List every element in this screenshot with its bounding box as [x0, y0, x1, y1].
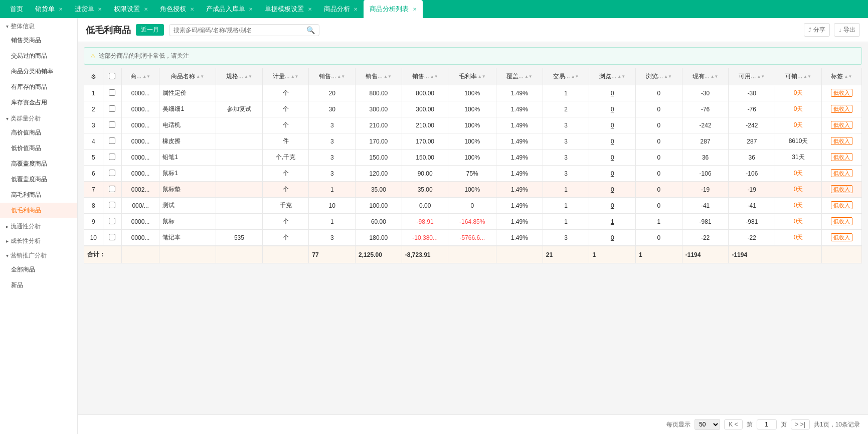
- nav-goods-analysis-list-close[interactable]: ✕: [413, 7, 417, 12]
- row-checkbox[interactable]: [103, 150, 121, 166]
- col-trade[interactable]: 交易...▲▼: [543, 68, 589, 85]
- row-name[interactable]: 鼠标1: [159, 166, 216, 182]
- sidebar-item-stock-goods[interactable]: 有库存的商品: [0, 79, 77, 95]
- sidebar-group-overview[interactable]: ▾ 整体信息: [0, 18, 77, 33]
- nav-purchase-close[interactable]: ✕: [98, 7, 102, 12]
- first-page-button[interactable]: K <: [724, 419, 742, 429]
- period-button[interactable]: 近一月: [136, 24, 164, 36]
- share-button[interactable]: ⤴ 分享: [804, 23, 830, 37]
- col-current[interactable]: 现有...▲▼: [682, 68, 729, 85]
- row-browse1[interactable]: 0: [589, 182, 636, 198]
- nav-sales[interactable]: 销货单 ✕: [29, 0, 69, 18]
- row-browse1[interactable]: 1: [589, 214, 636, 230]
- nav-product-in[interactable]: 产成品入库单 ✕: [200, 0, 259, 18]
- row-browse1[interactable]: 0: [589, 198, 636, 214]
- sidebar-item-low-margin[interactable]: 低毛利商品: [0, 203, 77, 218]
- col-gross-rate[interactable]: 毛利率▲▼: [448, 68, 496, 85]
- nav-home[interactable]: 首页: [4, 0, 29, 18]
- sidebar-item-all-goods[interactable]: 全部商品: [0, 262, 77, 277]
- row-name[interactable]: 鼠标垫: [159, 182, 216, 198]
- row-checkbox[interactable]: [103, 133, 121, 150]
- col-tag[interactable]: 标签▲▼: [821, 68, 861, 85]
- row-checkbox[interactable]: [103, 182, 121, 198]
- row-browse1[interactable]: 0: [589, 230, 636, 246]
- nav-goods-analysis-close[interactable]: ✕: [354, 7, 358, 12]
- col-sale-amount[interactable]: 销售...▲▼: [356, 68, 402, 85]
- nav-sales-close[interactable]: ✕: [59, 7, 63, 12]
- row-checkbox[interactable]: [103, 101, 121, 117]
- col-saleable[interactable]: 可销...▲▼: [775, 68, 822, 85]
- sidebar-group-marketing[interactable]: ▾ 营销推广分析: [0, 247, 77, 262]
- row-select-checkbox[interactable]: [109, 170, 115, 176]
- page-size-select[interactable]: 50 100 200: [695, 419, 720, 430]
- search-icon[interactable]: 🔍: [306, 26, 315, 34]
- nav-permission-close[interactable]: ✕: [144, 7, 148, 12]
- row-select-checkbox[interactable]: [109, 154, 115, 160]
- row-name[interactable]: 电话机: [159, 117, 216, 133]
- col-browse2[interactable]: 浏览...▲▼: [636, 68, 682, 85]
- nav-purchase[interactable]: 进货单 ✕: [69, 0, 108, 18]
- sidebar-item-low-coverage[interactable]: 低覆盖度商品: [0, 172, 77, 187]
- sidebar-item-high-value[interactable]: 高价值商品: [0, 125, 77, 140]
- sidebar-group-liquidity[interactable]: ▸ 流通性分析: [0, 218, 77, 233]
- row-name[interactable]: 吴细细1: [159, 101, 216, 117]
- row-name[interactable]: 笔记本: [159, 230, 216, 246]
- sidebar-item-high-margin[interactable]: 高毛利商品: [0, 187, 77, 203]
- last-page-button[interactable]: > >|: [791, 419, 810, 429]
- row-select-checkbox[interactable]: [109, 234, 115, 240]
- sidebar-item-sales-rate[interactable]: 商品分类助销率: [0, 64, 77, 79]
- row-checkbox[interactable]: [103, 166, 121, 182]
- sidebar-item-new-goods[interactable]: 新品: [0, 277, 77, 293]
- row-select-checkbox[interactable]: [109, 89, 115, 96]
- sidebar-group-cluster[interactable]: ▾ 类群量分析: [0, 110, 77, 125]
- row-name[interactable]: 鼠标: [159, 214, 216, 230]
- nav-template-close[interactable]: ✕: [308, 7, 312, 12]
- row-name[interactable]: 测试: [159, 198, 216, 214]
- nav-goods-analysis[interactable]: 商品分析 ✕: [318, 0, 364, 18]
- row-select-checkbox[interactable]: [109, 202, 115, 208]
- row-select-checkbox[interactable]: [109, 105, 115, 112]
- col-code[interactable]: 商...▲▼: [121, 68, 159, 85]
- row-checkbox[interactable]: [103, 214, 121, 230]
- row-name[interactable]: 属性定价: [159, 85, 216, 101]
- search-input[interactable]: [173, 27, 306, 34]
- sidebar-group-growth[interactable]: ▸ 成长性分析: [0, 233, 77, 247]
- nav-goods-analysis-list[interactable]: 商品分析列表 ✕: [364, 0, 423, 18]
- sidebar-item-high-coverage[interactable]: 高覆盖度商品: [0, 156, 77, 172]
- col-sale-profit[interactable]: 销售...▲▼: [402, 68, 448, 85]
- sidebar-item-traded-goods[interactable]: 交易过的商品: [0, 48, 77, 64]
- row-checkbox[interactable]: [103, 230, 121, 246]
- row-checkbox[interactable]: [103, 85, 121, 101]
- col-sale-qty[interactable]: 销售...▲▼: [309, 68, 356, 85]
- row-checkbox[interactable]: [103, 198, 121, 214]
- row-select-checkbox[interactable]: [109, 137, 115, 144]
- col-unit[interactable]: 计量...▲▼: [262, 68, 309, 85]
- col-settings[interactable]: ⚙: [84, 68, 103, 85]
- row-browse1[interactable]: 0: [589, 166, 636, 182]
- row-name[interactable]: 铅笔1: [159, 150, 216, 166]
- nav-role-close[interactable]: ✕: [190, 7, 194, 12]
- select-all-checkbox[interactable]: [109, 73, 115, 79]
- col-spec[interactable]: 规格...▲▼: [216, 68, 263, 85]
- row-browse1[interactable]: 0: [589, 150, 636, 166]
- col-available[interactable]: 可用...▲▼: [729, 68, 775, 85]
- sidebar-item-sales-goods[interactable]: 销售类商品: [0, 33, 77, 48]
- nav-role[interactable]: 角色授权 ✕: [154, 0, 200, 18]
- col-name[interactable]: 商品名称▲▼: [159, 68, 216, 85]
- row-browse1[interactable]: 0: [589, 117, 636, 133]
- row-name[interactable]: 橡皮擦: [159, 133, 216, 150]
- sidebar-item-stock-capital[interactable]: 库存资金占用: [0, 95, 77, 110]
- export-button[interactable]: ↓ 导出: [834, 23, 860, 37]
- row-browse1[interactable]: 0: [589, 85, 636, 101]
- col-browse1[interactable]: 浏览...▲▼: [589, 68, 636, 85]
- row-browse1[interactable]: 0: [589, 133, 636, 150]
- row-select-checkbox[interactable]: [109, 218, 115, 224]
- row-select-checkbox[interactable]: [109, 186, 115, 192]
- page-number-input[interactable]: [757, 419, 777, 429]
- col-coverage[interactable]: 覆盖...▲▼: [496, 68, 543, 85]
- nav-template[interactable]: 单据模板设置 ✕: [259, 0, 318, 18]
- nav-permission[interactable]: 权限设置 ✕: [108, 0, 154, 18]
- row-browse1[interactable]: 0: [589, 101, 636, 117]
- nav-product-in-close[interactable]: ✕: [249, 7, 253, 12]
- row-checkbox[interactable]: [103, 117, 121, 133]
